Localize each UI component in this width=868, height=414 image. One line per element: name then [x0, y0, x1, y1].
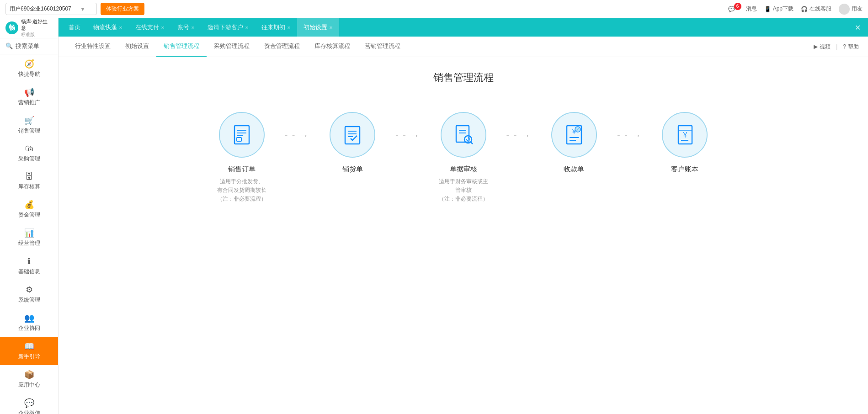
logo-area: 畅 畅库·道好生意 标准版 [0, 18, 58, 38]
megaphone-icon: 📢 [24, 87, 34, 97]
trial-button[interactable]: 体验行业方案 [101, 3, 144, 15]
wechat-icon: 💬 [24, 398, 34, 408]
nav-tab-物流快递[interactable]: 物流快递✕ [87, 18, 129, 37]
nav-tab-账号[interactable]: 账号✕ [171, 18, 201, 37]
logo-text-area: 畅库·道好生意 标准版 [21, 18, 53, 38]
sidebar-item-label: 销售管理 [18, 127, 40, 135]
search-menu-item[interactable]: 🔍 搜索菜单 [0, 38, 58, 54]
info-icon: ℹ [27, 256, 31, 266]
sidebar-item-label: 经营管理 [18, 239, 40, 247]
sub-tab-营销管理流程[interactable]: 营销管理流程 [357, 37, 408, 57]
sidebar-item-label: 系统管理 [18, 296, 40, 304]
flow-step-title: 客户账本 [671, 165, 698, 174]
nav-tabs: 首页物流快递✕在线支付✕账号✕邀请下游客户✕往来期初✕初始设置✕ ✕ [59, 18, 868, 37]
search-icon: 🔍 [5, 42, 13, 49]
logo-icon: 畅 [5, 21, 18, 34]
user-avatar-button[interactable]: 用友 [839, 4, 863, 15]
sidebar-item-label: 企业协同 [18, 324, 40, 332]
nav-tab-label: 初始设置 [304, 23, 327, 32]
close-tab-icon[interactable]: ✕ [119, 25, 122, 30]
nav-tab-首页[interactable]: 首页 [62, 18, 87, 37]
message-label: 消息 [746, 5, 757, 13]
sub-tab-资金管理流程[interactable]: 资金管理流程 [257, 37, 307, 57]
close-tab-icon[interactable]: ✕ [161, 25, 165, 30]
flow-step-单据审核[interactable]: 单据审核 适用于财务审核或主管审核（注：非必要流程） [422, 112, 505, 204]
svg-rect-5 [345, 127, 360, 144]
top-bar-left: 用户690企业1660120507 ▼ 体验行业方案 [5, 3, 144, 15]
help-button[interactable]: ? 帮助 [843, 43, 859, 51]
arrow-icon: - - → [617, 130, 642, 141]
sidebar-item-库存核算[interactable]: 🗄 库存核算 [0, 167, 58, 195]
logo-text: 畅库·道好生意 [21, 18, 53, 32]
flow-step-title: 单据审核 [450, 165, 477, 174]
settings-icon: ⚙ [26, 285, 33, 295]
flow-step-客户账本[interactable]: ¥ 客户账本 [644, 112, 726, 177]
top-bar-right: 💬 6 消息 📱 App下载 🎧 在线客服 用友 [728, 4, 863, 15]
sidebar-item-应用中心[interactable]: 📦 应用中心 [0, 365, 58, 393]
flow-circle-sales-order [219, 112, 265, 158]
close-tab-icon[interactable]: ✕ [287, 25, 291, 30]
flow-step-销货单[interactable]: 销货单 [311, 112, 394, 177]
sub-tab-行业特性设置[interactable]: 行业特性设置 [68, 37, 118, 57]
sidebar-item-系统管理[interactable]: ⚙ 系统管理 [0, 280, 58, 308]
message-badge: 6 [734, 3, 741, 10]
sidebar-item-快捷导航[interactable]: 🧭 快捷导航 [0, 54, 58, 83]
sub-tab-初始设置[interactable]: 初始设置 [118, 37, 156, 57]
shopping-bag-icon: 🛍 [25, 144, 33, 154]
online-service-label: 在线客服 [809, 5, 831, 13]
video-help-button[interactable]: ▶ 视频 [814, 43, 831, 51]
sidebar-item-label: 新手引导 [18, 353, 40, 361]
svg-rect-4 [237, 138, 241, 141]
flow-step-销售订单[interactable]: 销售订单 适用于分批发货、有合同发货周期较长（注：非必要流程） [201, 112, 283, 204]
nav-tab-在线支付[interactable]: 在线支付✕ [129, 18, 171, 37]
nav-tab-初始设置[interactable]: 初始设置✕ [297, 18, 339, 37]
help-label: 帮助 [848, 43, 859, 51]
flow-arrow-1: - - → [285, 112, 309, 141]
user-name-label: 用友 [852, 5, 863, 13]
sidebar-item-基础信息[interactable]: ℹ 基础信息 [0, 252, 58, 280]
search-menu-label: 搜索菜单 [16, 42, 39, 50]
sidebar-item-采购管理[interactable]: 🛍 采购管理 [0, 139, 58, 167]
flow-step-desc: 适用于财务审核或主管审核（注：非必要流程） [439, 177, 488, 204]
sub-tab-采购管理流程[interactable]: 采购管理流程 [207, 37, 257, 57]
svg-line-14 [466, 139, 468, 141]
message-button[interactable]: 💬 6 消息 [728, 5, 757, 13]
sidebar-item-企业微信[interactable]: 💬 企业微信 [0, 393, 58, 414]
page-content: 行业特性设置初始设置销售管理流程采购管理流程资金管理流程库存核算流程营销管理流程… [59, 37, 868, 414]
close-tab-icon[interactable]: ✕ [329, 25, 333, 30]
sidebar-item-经营管理[interactable]: 📊 经营管理 [0, 223, 58, 252]
svg-line-15 [468, 138, 470, 139]
online-service-button[interactable]: 🎧 在线客服 [801, 5, 831, 13]
nav-tab-label: 往来期初 [261, 23, 285, 32]
sidebar-item-新手引导[interactable]: 📖 新手引导 [0, 337, 58, 365]
nav-tab-往来期初[interactable]: 往来期初✕ [255, 18, 297, 37]
flow-circle-audit [441, 112, 486, 158]
nav-tab-label: 账号 [177, 23, 189, 32]
team-icon: 👥 [24, 313, 34, 323]
sidebar-nav: 🧭 快捷导航 📢 营销推广 🛒 销售管理 🛍 采购管理 🗄 库存核算 💰 资金管… [0, 54, 58, 414]
close-tab-icon[interactable]: ✕ [191, 25, 195, 30]
nav-tab-邀请下游客户[interactable]: 邀请下游客户✕ [201, 18, 255, 37]
sidebar-item-label: 应用中心 [18, 381, 40, 389]
sidebar-item-企业协同[interactable]: 👥 企业协同 [0, 308, 58, 337]
user-selector[interactable]: 用户690企业1660120507 ▼ [5, 3, 97, 15]
app-download-button[interactable]: 📱 App下载 [764, 5, 793, 13]
sidebar-item-营销推广[interactable]: 📢 营销推广 [0, 83, 58, 111]
logo-sub: 标准版 [21, 32, 53, 38]
nav-tabs-container: 首页物流快递✕在线支付✕账号✕邀请下游客户✕往来期初✕初始设置✕ [62, 18, 851, 37]
app-download-label: App下载 [773, 5, 793, 13]
flow-step-收款单[interactable]: ¥ ✓ 收款单 [533, 112, 615, 177]
sub-tab-库存核算流程[interactable]: 库存核算流程 [307, 37, 357, 57]
sidebar-item-资金管理[interactable]: 💰 资金管理 [0, 195, 58, 223]
close-all-button[interactable]: ✕ [851, 23, 864, 32]
sub-tab-销售管理流程[interactable]: 销售管理流程 [156, 37, 207, 57]
sidebar-item-销售管理[interactable]: 🛒 销售管理 [0, 111, 58, 139]
main-layout: 畅 畅库·道好生意 标准版 🔍 搜索菜单 🧭 快捷导航 📢 营销推广 🛒 销售管… [0, 18, 868, 414]
arrow-icon: - - → [506, 130, 531, 141]
nav-tab-label: 在线支付 [135, 23, 159, 32]
cart-icon: 🛒 [24, 116, 34, 126]
close-tab-icon[interactable]: ✕ [245, 25, 249, 30]
sidebar-item-label: 资金管理 [18, 211, 40, 219]
top-bar: 用户690企业1660120507 ▼ 体验行业方案 💬 6 消息 📱 App下… [0, 0, 868, 18]
flow-circle-delivery [330, 112, 375, 158]
